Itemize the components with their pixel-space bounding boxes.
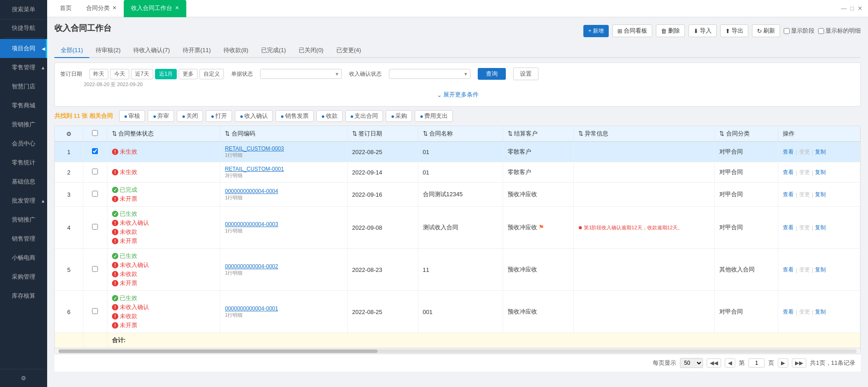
change-link[interactable]: 变更 [799, 308, 810, 316]
view-link[interactable]: 查看 [783, 224, 794, 232]
sidebar-nav[interactable]: 快捷导航 [0, 19, 47, 37]
filter-tab-all[interactable]: 全部(11) [54, 44, 89, 58]
date-last1m-btn[interactable]: 近1月 [155, 69, 177, 79]
filter-tab-pending-review[interactable]: 待审核(2) [89, 44, 127, 58]
per-page-select[interactable]: 50 10 20 100 [680, 358, 703, 368]
expense-pay-btn[interactable]: ● 费用支出 [415, 110, 453, 122]
copy-link[interactable]: 复制 [815, 148, 826, 156]
change-link[interactable]: 变更 [799, 224, 810, 232]
sidebar-item-smart-store[interactable]: 智慧门店 [0, 77, 47, 96]
add-button[interactable]: + 新增 [583, 25, 609, 37]
row-checkbox[interactable] [92, 191, 98, 197]
show-detail-checkbox[interactable]: 显示标的明细 [818, 27, 861, 35]
show-detail-input[interactable] [818, 28, 824, 34]
view-link[interactable]: 查看 [783, 308, 794, 316]
filter-tab-pending-confirm[interactable]: 待收入确认(7) [127, 44, 176, 58]
row-checkbox[interactable] [92, 308, 98, 314]
abandon-btn[interactable]: ● 弃审 [148, 110, 174, 122]
row-checkbox[interactable] [92, 148, 98, 154]
filter-tab-changed[interactable]: 已变更(4) [330, 44, 368, 58]
sidebar-item-wholesale[interactable]: 批发管理 ▲ [0, 191, 47, 210]
contract-code-link[interactable]: RETAIL_CUSTOM-0001 [225, 166, 284, 172]
prev-page-btn[interactable]: ◀ [725, 358, 735, 368]
filter-tab-pending-invoice[interactable]: 待开票(11) [176, 44, 217, 58]
sidebar-item-retail-stat[interactable]: 零售统计 [0, 153, 47, 172]
reset-button[interactable]: 设置 [513, 68, 538, 80]
date-more-btn[interactable]: 更多 [179, 69, 198, 79]
expense-out-btn[interactable]: ● 支出合同 [345, 110, 383, 122]
select-all-checkbox[interactable] [92, 130, 98, 136]
sidebar-item-marketing[interactable]: 营销推广 [0, 115, 47, 134]
sidebar-item-xiaochangec[interactable]: 小畅电商 [0, 248, 47, 267]
date-yesterday-btn[interactable]: 昨天 [89, 69, 108, 79]
tab-income-workbench[interactable]: 收入合同工作台 ✕ [124, 0, 186, 17]
filter-tab-closed[interactable]: 已关闭(0) [292, 44, 330, 58]
sidebar-item-inventory[interactable]: 库存核算 [0, 286, 47, 305]
view-link[interactable]: 查看 [783, 266, 794, 274]
income-confirm-select[interactable] [389, 69, 470, 79]
delete-button[interactable]: 🗑 删除 [656, 24, 685, 37]
contract-code-link[interactable]: 0000000000004-0001 [225, 305, 278, 312]
expand-conditions-btn[interactable]: ⌄ 展开更多条件 [437, 91, 479, 99]
sidebar-item-retail[interactable]: 零售管理 ▲ [0, 58, 47, 77]
change-link[interactable]: 变更 [799, 266, 810, 274]
copy-link[interactable]: 复制 [815, 169, 826, 176]
filter-tab-pending-payment[interactable]: 待收款(8) [217, 44, 255, 58]
last-page-btn[interactable]: ▶▶ [792, 358, 806, 368]
next-page-btn[interactable]: ▶ [778, 358, 788, 368]
contract-board-button[interactable]: ⊞ 合同看板 [612, 24, 652, 37]
copy-link[interactable]: 复制 [815, 224, 826, 232]
view-link[interactable]: 查看 [783, 169, 794, 176]
sidebar-item-marketing2[interactable]: 营销推广 [0, 210, 47, 229]
copy-link[interactable]: 复制 [815, 308, 826, 316]
horizontal-scrollbar[interactable] [55, 348, 860, 353]
settings-icon[interactable]: ⚙ [66, 131, 72, 137]
tab-home[interactable]: 首页 [53, 0, 79, 17]
sidebar-item-basic-info[interactable]: 基础信息 [0, 172, 47, 191]
change-link[interactable]: 变更 [799, 191, 810, 198]
sidebar-item-member[interactable]: 会员中心 [0, 134, 47, 153]
doc-status-select[interactable] [260, 69, 342, 79]
date-today-btn[interactable]: 今天 [110, 69, 129, 79]
date-last7-btn[interactable]: 近7天 [131, 69, 153, 79]
export-button[interactable]: ⬆ 导出 [720, 24, 748, 37]
first-page-btn[interactable]: ◀◀ [707, 358, 721, 368]
change-link[interactable]: 变更 [799, 148, 810, 156]
show-stage-input[interactable] [784, 28, 790, 34]
tab-close-icon[interactable]: ✕ [175, 5, 179, 11]
sidebar-search[interactable]: 搜索菜单 [0, 0, 47, 19]
copy-link[interactable]: 复制 [815, 191, 826, 198]
tab-contract-category[interactable]: 合同分类 ✕ [79, 0, 124, 17]
contract-code-link[interactable]: 0000000000004-0002 [225, 263, 278, 270]
tab-close-icon[interactable]: ✕ [112, 5, 116, 11]
minimize-icon[interactable]: — [841, 5, 847, 12]
sidebar-item-online-store[interactable]: 零售商城 [0, 96, 47, 115]
page-input[interactable]: 1 [748, 358, 765, 368]
change-link[interactable]: 变更 [799, 169, 810, 176]
close-icon[interactable]: ✕ [858, 5, 863, 12]
contract-code-link[interactable]: RETAIL_CUSTOM-0003 [225, 145, 284, 152]
close-btn[interactable]: ● 关闭 [177, 110, 203, 122]
sales-invoice-btn[interactable]: ● 销售发票 [276, 110, 314, 122]
sidebar-item-sales[interactable]: 销售管理 [0, 229, 47, 248]
sidebar-item-purchase[interactable]: 采购管理 [0, 267, 47, 286]
refresh-button[interactable]: ↻ 刷新 [752, 24, 780, 37]
contract-code-link[interactable]: 0000000000004-0004 [225, 188, 278, 194]
contract-code-link[interactable]: 0000000000004-0003 [225, 221, 278, 227]
row-checkbox[interactable] [92, 266, 98, 272]
copy-link[interactable]: 复制 [815, 266, 826, 274]
purchase-btn[interactable]: ● 采购 [386, 110, 412, 122]
review-btn[interactable]: ● 审核 [119, 110, 145, 122]
income-confirm-btn[interactable]: ● 收入确认 [235, 110, 273, 122]
view-link[interactable]: 查看 [783, 148, 794, 156]
view-link[interactable]: 查看 [783, 191, 794, 198]
query-button[interactable]: 查询 [478, 68, 506, 80]
filter-tab-completed[interactable]: 已完成(1) [255, 44, 292, 58]
sidebar-settings[interactable]: ⚙ [0, 369, 47, 387]
payment-btn[interactable]: ● 收款 [316, 110, 343, 122]
date-custom-btn[interactable]: 自定义 [199, 69, 224, 79]
row-checkbox[interactable] [92, 169, 98, 174]
row-checkbox[interactable] [92, 224, 98, 230]
import-button[interactable]: ⬇ 导入 [689, 24, 717, 37]
sidebar-item-project[interactable]: 项目合同 ◀ [0, 39, 47, 58]
